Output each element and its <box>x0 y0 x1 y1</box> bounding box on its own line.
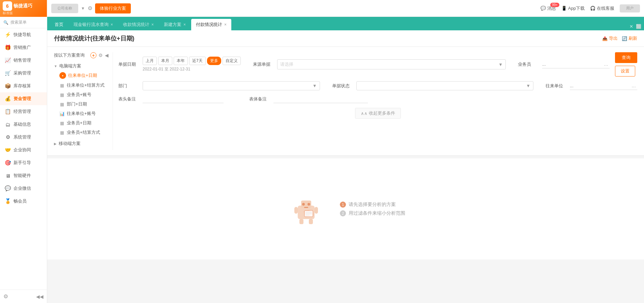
tab-receipt-stats[interactable]: 收款情况统计 × <box>118 19 158 30</box>
sidebar-item-sales[interactable]: 📈 销售管理 <box>0 54 47 67</box>
date-btn-this-year[interactable]: 本年 <box>174 57 188 65</box>
sidebar-item-management[interactable]: 📋 经营管理 <box>0 105 47 118</box>
management-icon: 📋 <box>5 109 11 115</box>
sidebar-item-inventory[interactable]: 📦 库存核算 <box>0 80 47 92</box>
query-btn[interactable]: 查询 <box>615 52 637 63</box>
refresh-btn[interactable]: 🔄 刷新 <box>622 35 637 41</box>
scheme-item-staff-settle[interactable]: ▦ 业务员+结算方式 <box>54 128 109 137</box>
trial-btn[interactable]: 体验行业方案 <box>95 3 131 13</box>
scheme-group-mobile-header[interactable]: ▶ 移动端方案 <box>54 139 109 148</box>
related-unit-input[interactable] <box>570 82 630 90</box>
scheme-item-icon: ▦ <box>59 130 65 135</box>
member-icon: 🏅 <box>5 198 11 204</box>
svg-point-2 <box>302 203 305 206</box>
staff-more-btn[interactable]: … <box>603 62 610 67</box>
header-note-wrap <box>143 95 224 103</box>
scheme-item-unit-settle[interactable]: ▦ 往来单位+结算方式 <box>54 81 109 90</box>
sidebar-item-purchase[interactable]: 🛒 采购管理 <box>0 67 47 80</box>
tab-bank-flow-close[interactable]: × <box>111 22 113 27</box>
page-actions: 📤 导出 🔄 刷新 <box>602 35 637 41</box>
tab-new-scheme[interactable]: 新建方案 × <box>159 19 191 30</box>
messages-btn[interactable]: 💬 消息 99+ <box>540 5 556 11</box>
app-label: App下载 <box>568 5 585 11</box>
sidebar-item-member[interactable]: 🏅 畅会员 <box>0 195 47 208</box>
scheme-item-icon: ▦ <box>59 83 65 88</box>
staff-input[interactable] <box>542 60 603 68</box>
sidebar-item-system[interactable]: ⚙ 系统管理 <box>0 131 47 144</box>
scheme-settings-btn[interactable]: ⚙ <box>98 53 103 58</box>
user-avatar[interactable]: 用户 <box>620 4 640 12</box>
empty-msg-num-1: 1 <box>340 202 346 208</box>
sidebar-item-quick-nav[interactable]: ⚡ 快捷导航 <box>0 28 47 41</box>
svg-rect-6 <box>315 207 318 214</box>
filter-row-1: 单据日期 上月 本月 本年 近7天 更多 自定义 2022-01-01 至 20… <box>118 52 637 77</box>
date-btn-more[interactable]: 更多 <box>207 57 221 65</box>
topbar-gear-icon[interactable]: ⚙ <box>88 5 92 11</box>
sidebar-item-enterprise[interactable]: 🤝 企业协同 <box>0 144 47 156</box>
maximize-window-icon[interactable]: ⬜ <box>636 24 641 29</box>
sidebar-item-marketing[interactable]: 🎁 营销推广 <box>0 41 47 54</box>
date-btn-this-month[interactable]: 本月 <box>158 57 172 65</box>
sidebar-item-hardware[interactable]: 🖥 智能硬件 <box>0 169 47 182</box>
tab-new-scheme-label: 新建方案 <box>164 22 181 28</box>
footer-settings-icon[interactable]: ⚙ <box>3 293 8 300</box>
voucher-status-dropdown-arrow: ▼ <box>526 83 530 88</box>
tab-receipt-stats-close[interactable]: × <box>151 22 154 27</box>
sidebar-item-wechat[interactable]: 💬 企业微信 <box>0 182 47 195</box>
date-btn-last-month[interactable]: 上月 <box>143 57 157 65</box>
search-menu[interactable]: 🔍 搜索菜单 <box>0 17 47 28</box>
related-unit-label: 往来单位 <box>546 83 564 89</box>
inventory-icon: 📦 <box>5 83 11 89</box>
close-window-icon[interactable]: ✕ <box>630 24 633 29</box>
tab-payment-stats-label: 付款情况统计 <box>196 22 222 28</box>
collapse-more-btn[interactable]: ∧∧ 收起更多条件 <box>355 108 401 119</box>
date-btn-custom[interactable]: 自定义 <box>223 57 241 65</box>
empty-robot-illustration <box>286 189 326 229</box>
sales-icon: 📈 <box>5 57 11 63</box>
scheme-item-dept-date[interactable]: ▦ 部门+日期 <box>54 99 109 109</box>
sidebar-item-label: 智能硬件 <box>13 173 31 179</box>
scheme-item-icon: ▦ <box>59 120 65 126</box>
tab-home[interactable]: 首页 <box>50 19 68 30</box>
sidebar-item-fund[interactable]: 💰 资金管理 <box>0 92 47 105</box>
sidebar-item-guide[interactable]: 🎯 新手引导 <box>0 156 47 169</box>
empty-msg-2-text: 用过滤条件来缩小分析范围 <box>349 210 405 216</box>
scheme-item-unit-account[interactable]: 📊 往来单位+账号 <box>54 109 109 118</box>
setting-btn[interactable]: 设置 <box>615 66 635 77</box>
scheme-item-staff-date[interactable]: ▦ 业务员+日期 <box>54 118 109 128</box>
scheme-item-staff-account[interactable]: ▦ 业务员+账号 <box>54 90 109 99</box>
related-unit-more-btn[interactable]: … <box>630 83 637 88</box>
scheme-group-desktop-header[interactable]: ▼ 电脑端方案 <box>54 62 109 70</box>
export-icon: 📤 <box>602 36 608 41</box>
scheme-item-icon: ▦ <box>59 101 65 107</box>
sidebar-item-basic[interactable]: 🗂 基础信息 <box>0 118 47 131</box>
date-btn-last-7[interactable]: 近7天 <box>189 57 206 65</box>
tab-bank-flow[interactable]: 现金银行流水查询 × <box>69 19 118 30</box>
scheme-item-unit-date[interactable]: ● 往来单位+日期 <box>54 70 109 81</box>
svg-point-3 <box>308 203 310 206</box>
collapse-more-label: 收起更多条件 <box>369 110 395 116</box>
body-note-input[interactable] <box>273 95 368 103</box>
online-service-btn[interactable]: 🎧 在线客服 <box>590 5 614 11</box>
sidebar-nav: ⚡ 快捷导航 🎁 营销推广 📈 销售管理 🛒 采购管理 📦 库存核算 💰 资金管… <box>0 28 47 290</box>
voucher-status-select[interactable]: ▼ <box>356 81 534 90</box>
topbar-right: 💬 消息 99+ 📱 App下载 🎧 在线客服 用户 <box>540 4 640 12</box>
topbar-dropdown-arrow[interactable]: ▼ <box>81 6 85 11</box>
app-download-btn[interactable]: 📱 App下载 <box>561 5 585 11</box>
related-unit-input-wrap: … <box>570 82 637 90</box>
footer-collapse-icon[interactable]: ◀◀ <box>36 294 43 299</box>
tab-payment-stats-close[interactable]: × <box>224 22 227 27</box>
sidebar-item-label: 销售管理 <box>13 57 31 63</box>
scheme-add-btn[interactable]: + <box>90 52 96 58</box>
window-buttons: ✕ ⬜ <box>630 24 641 30</box>
dept-select[interactable]: ▼ <box>143 81 320 90</box>
scheme-collapse-btn[interactable]: ◀ <box>105 53 109 58</box>
filter-form: 单据日期 上月 本月 本年 近7天 更多 自定义 2022-01-01 至 20… <box>118 52 637 150</box>
export-btn[interactable]: 📤 导出 <box>602 35 618 41</box>
dept-label: 部门 <box>118 83 137 89</box>
tab-payment-stats[interactable]: 付款情况统计 × <box>191 19 231 30</box>
sidebar-item-label: 经营管理 <box>13 109 31 115</box>
tab-new-scheme-close[interactable]: × <box>183 22 186 27</box>
header-note-input[interactable] <box>143 95 224 103</box>
source-select[interactable]: 请选择 ▼ <box>277 59 506 69</box>
